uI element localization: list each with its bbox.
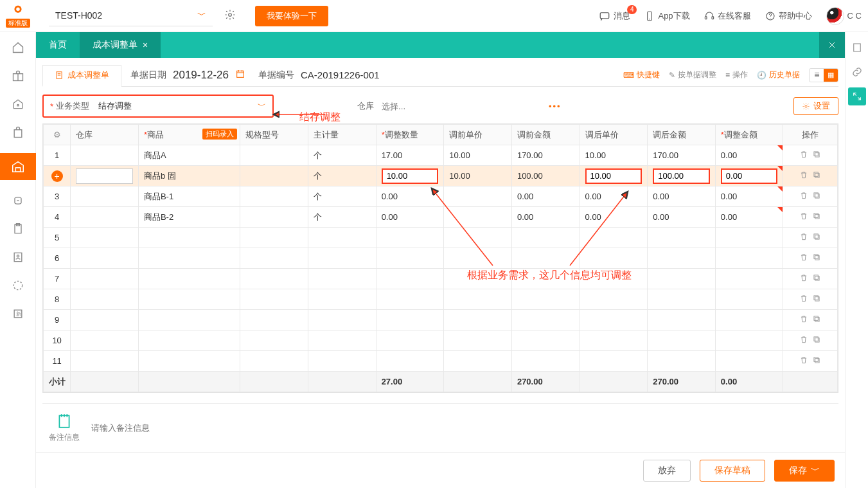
copy-icon[interactable]: [812, 294, 821, 303]
cell-aamt[interactable]: [648, 269, 716, 289]
user-menu[interactable]: C C: [826, 7, 862, 25]
table-row[interactable]: 10: [44, 330, 838, 351]
cell-bamt[interactable]: [511, 228, 580, 248]
cell-qty[interactable]: [376, 330, 444, 351]
gear-icon[interactable]: ⚙: [53, 130, 61, 140]
cell-adj[interactable]: [715, 330, 783, 351]
cell-qty[interactable]: [376, 228, 444, 248]
cell-adj[interactable]: 0.00: [715, 207, 783, 228]
cell-product[interactable]: [138, 289, 240, 310]
cell-qty[interactable]: [376, 351, 444, 372]
delete-icon[interactable]: [799, 273, 808, 282]
cell-spec[interactable]: [240, 289, 308, 310]
cell-wh[interactable]: [71, 289, 139, 310]
cell-wh[interactable]: [71, 166, 139, 186]
cell-spec[interactable]: [240, 269, 308, 289]
cell-aamt[interactable]: 170.00: [648, 145, 716, 166]
cell-wh[interactable]: [71, 310, 139, 330]
nav-gift-icon[interactable]: [10, 68, 26, 84]
cell-wh[interactable]: [71, 228, 139, 248]
copy-icon[interactable]: [812, 150, 821, 159]
cell-adj[interactable]: [715, 269, 783, 289]
cell-bamt[interactable]: [511, 269, 580, 289]
col-product[interactable]: *商品扫码录入: [138, 125, 240, 145]
cell-uom[interactable]: [308, 310, 376, 330]
save-draft-button[interactable]: 保存草稿: [700, 460, 765, 482]
cell-product[interactable]: 商品b 固: [138, 166, 240, 186]
cell-adj[interactable]: [715, 228, 783, 248]
view-grid-icon[interactable]: ▦: [824, 69, 838, 82]
cell-wh[interactable]: [71, 351, 139, 372]
cell-spec[interactable]: [240, 351, 308, 372]
cell-bprice[interactable]: 10.00: [444, 166, 512, 186]
cell-aprice[interactable]: [580, 330, 648, 351]
delete-icon[interactable]: [799, 191, 808, 200]
org-select[interactable]: TEST-H002 ﹀: [49, 6, 213, 26]
cell-bamt[interactable]: 170.00: [511, 145, 580, 166]
cell-wh[interactable]: [71, 186, 139, 207]
table-row[interactable]: 4商品B-2个0.000.000.000.000.00: [44, 207, 838, 228]
cell-product[interactable]: [138, 269, 240, 289]
table-row[interactable]: 3商品B-1个0.000.000.000.000.00: [44, 186, 838, 207]
cell-bprice[interactable]: [444, 351, 512, 372]
cell-wh[interactable]: [71, 145, 139, 166]
cell-uom[interactable]: [308, 330, 376, 351]
cell-qty[interactable]: [376, 289, 444, 310]
cell-bprice[interactable]: 10.00: [444, 145, 512, 166]
cell-aprice[interactable]: 0.00: [580, 207, 648, 228]
cell-aamt[interactable]: [648, 289, 716, 310]
scan-chip[interactable]: 扫码录入: [202, 129, 237, 140]
cell-adj[interactable]: [715, 351, 783, 372]
trial-button[interactable]: 我要体验一下: [255, 6, 328, 26]
ops-button[interactable]: ≡操作: [725, 69, 748, 80]
cell-spec[interactable]: [240, 310, 308, 330]
cell-aamt[interactable]: [648, 330, 716, 351]
save-button[interactable]: 保存 ﹀: [774, 460, 835, 482]
warehouse-field[interactable]: 仓库: [357, 100, 510, 112]
cell-wh[interactable]: [71, 248, 139, 269]
cell-qty[interactable]: 0.00: [376, 207, 444, 228]
col-spec[interactable]: 规格型号: [240, 125, 308, 145]
wh-input[interactable]: [382, 102, 510, 111]
copy-icon[interactable]: [812, 356, 821, 365]
copy-icon[interactable]: [812, 253, 821, 262]
service-button[interactable]: 在线客服: [704, 10, 751, 22]
nav-bag-icon[interactable]: [10, 125, 26, 140]
history-button[interactable]: 🕘历史单据: [757, 69, 800, 80]
cell-adj[interactable]: 0.00: [715, 186, 783, 207]
nav-home-icon[interactable]: [10, 40, 26, 55]
calendar-icon[interactable]: [235, 69, 245, 81]
table-row[interactable]: 8: [44, 289, 838, 310]
cell-aamt[interactable]: [648, 248, 716, 269]
delete-icon[interactable]: [799, 170, 808, 179]
cell-product[interactable]: [138, 228, 240, 248]
cell-uom[interactable]: 个: [308, 145, 376, 166]
help-button[interactable]: 帮助中心: [765, 10, 812, 22]
tab-cost-adjust[interactable]: 成本调整单 ×: [80, 32, 161, 58]
table-row[interactable]: 9: [44, 310, 838, 330]
cell-aprice[interactable]: [580, 248, 648, 269]
cell-product[interactable]: 商品B-1: [138, 186, 240, 207]
table-row[interactable]: 1商品A个17.0010.00170.0010.00170.000.00: [44, 145, 838, 166]
table-row[interactable]: 7: [44, 269, 838, 289]
col-bamt[interactable]: 调前金额: [511, 125, 580, 145]
add-row-icon[interactable]: +: [51, 170, 63, 182]
cell-bamt[interactable]: [511, 248, 580, 269]
cell-aamt[interactable]: 0.00: [648, 207, 716, 228]
cell-bamt[interactable]: [511, 310, 580, 330]
cell-qty[interactable]: [376, 269, 444, 289]
dock-link-icon[interactable]: [848, 63, 866, 81]
adj-input[interactable]: [721, 168, 778, 184]
cell-bprice[interactable]: [444, 248, 512, 269]
delete-icon[interactable]: [799, 356, 808, 365]
col-aprice[interactable]: 调后单价: [580, 125, 648, 145]
logo[interactable]: 标准版: [0, 4, 36, 28]
date-value[interactable]: 2019-12-26: [173, 69, 229, 82]
aprice-input[interactable]: [585, 168, 642, 184]
cell-aprice[interactable]: [580, 351, 648, 372]
cell-aprice[interactable]: 10.00: [580, 145, 648, 166]
business-type-select[interactable]: * 业务类型 结存调整 ﹀: [42, 95, 274, 118]
cell-aprice[interactable]: 0.00: [580, 186, 648, 207]
cell-adj[interactable]: [715, 248, 783, 269]
col-bprice[interactable]: 调前单价: [444, 125, 512, 145]
